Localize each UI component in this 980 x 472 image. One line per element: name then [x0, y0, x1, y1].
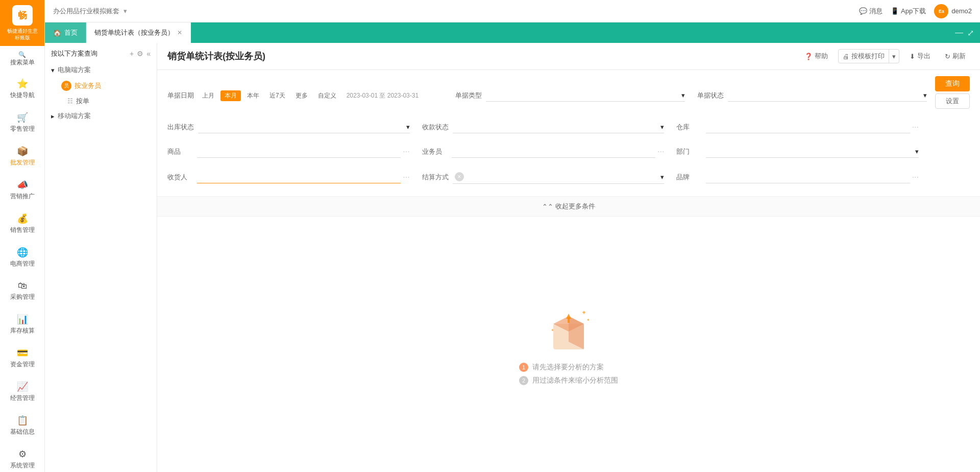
sidebar-nav: 🛒 零售管理 📦 批发管理 📣 营销推广 💰 销售管理 🌐 电商管理 🛍 采购管…	[0, 106, 44, 472]
sidebar-item-sales[interactable]: 💰 销售管理	[0, 207, 44, 241]
sidebar-item-marketing-label: 营销推广	[10, 192, 35, 201]
goods-dots[interactable]: ···	[403, 147, 409, 156]
export-icon: ⬇	[910, 53, 915, 60]
brand-input[interactable]	[706, 171, 910, 183]
salesperson-input[interactable]	[452, 146, 655, 158]
action-btns: 查询 设置	[935, 76, 970, 115]
page-title: 销货单统计表(按业务员)	[167, 50, 265, 62]
filter-section: 单据日期 上月 本月 本年 近7天 更多 自定义 2023-03-01 至 20…	[157, 70, 980, 217]
filter-row-2-wrapper: 出库状态 收款状态	[157, 121, 980, 139]
recv-name-input[interactable]	[197, 171, 401, 183]
add-scheme-btn[interactable]: +	[130, 50, 134, 58]
date-label: 单据日期	[167, 91, 194, 100]
warehouse-dots[interactable]: ···	[912, 123, 919, 132]
filter-row-4-wrapper: 收货人 ··· 结算方式 ×	[157, 170, 980, 190]
sidebar-item-marketing[interactable]: 📣 营销推广	[0, 173, 44, 207]
purchase-icon: 🛍	[18, 280, 27, 291]
message-btn[interactable]: 💬 消息	[859, 7, 883, 16]
doc-type-select[interactable]	[486, 89, 685, 102]
out-status-select[interactable]	[198, 121, 410, 133]
sidebar-item-ecommerce[interactable]: 🌐 电商管理	[0, 241, 44, 274]
tab-expand-icon[interactable]: ⤢	[967, 28, 974, 38]
settings-btn[interactable]: 设置	[935, 93, 970, 109]
doc-status-label: 单据状态	[697, 91, 724, 100]
date-tab-last-month[interactable]: 上月	[198, 90, 218, 101]
search-menu-label: 搜索菜单	[10, 58, 35, 67]
sidebar-item-system[interactable]: ⚙ 系统管理	[0, 442, 44, 472]
tab-minimize-icon[interactable]: —	[955, 28, 963, 37]
date-tab-7days[interactable]: 近7天	[265, 90, 289, 101]
payment-clear-btn[interactable]: ×	[455, 172, 464, 181]
date-tab-this-month[interactable]: 本月	[220, 90, 241, 101]
user-profile-btn[interactable]: Ea demo2	[934, 4, 972, 18]
search-icon: 🔍	[18, 51, 26, 58]
filter-out-status: 出库状态	[167, 121, 410, 133]
doc-status-select[interactable]	[728, 89, 927, 102]
tip-text-1: 请先选择要分析的方案	[532, 363, 604, 372]
tab-close-icon[interactable]: ✕	[177, 29, 182, 36]
filter-dept: 部门	[676, 146, 919, 158]
doc-type-label: 单据类型	[455, 91, 482, 100]
date-tab-more[interactable]: 更多	[291, 90, 312, 101]
sidebar-item-wholesale[interactable]: 📦 批发管理	[0, 139, 44, 173]
tab-home[interactable]: 🏠 首页	[45, 22, 86, 43]
scheme-sub-item-by-order[interactable]: ☷ 按单	[45, 94, 157, 108]
filter-row-3-wrapper: 商品 ··· 业务员 ··· 部门	[157, 146, 980, 164]
sidebar-item-quick-nav[interactable]: ⭐ 快捷导航	[0, 72, 44, 106]
payment-select[interactable]: ×	[453, 170, 665, 184]
print-main-btn[interactable]: 🖨 按模板打印	[839, 50, 889, 63]
recv-status-select[interactable]	[453, 121, 665, 133]
sidebar-item-system-label: 系统管理	[10, 461, 35, 470]
tab-sales-stat[interactable]: 销货单统计表（按业务员） ✕	[86, 22, 191, 43]
sidebar-item-finance[interactable]: 💳 资金管理	[0, 341, 44, 375]
collapse-btn[interactable]: ⌃⌃ 收起更多条件	[536, 200, 601, 213]
print-dropdown-btn[interactable]: ▾	[889, 51, 899, 62]
filter-recv-status: 收款状态	[422, 121, 665, 133]
sidebar-item-inventory[interactable]: 📊 库存核算	[0, 308, 44, 341]
print-btn-group[interactable]: 🖨 按模板打印 ▾	[838, 49, 899, 63]
brand-dots[interactable]: ···	[912, 173, 919, 182]
sidebar-item-retail[interactable]: 🛒 零售管理	[0, 106, 44, 139]
tab-home-label: 首页	[64, 28, 78, 37]
filter-payment: 结算方式 ×	[422, 170, 665, 184]
sidebar-item-basic[interactable]: 📋 基础信息	[0, 409, 44, 442]
empty-illustration: ✦ ✦ ✦	[538, 303, 599, 355]
recv-name-dots[interactable]: ···	[403, 173, 409, 182]
app-download-btn[interactable]: 📱 App下载	[891, 7, 926, 16]
dept-select[interactable]	[706, 146, 919, 158]
scheme-item-by-salesperson[interactable]: 员 按业务员	[45, 78, 157, 94]
tip-text-2: 用过滤条件来缩小分析范围	[532, 376, 618, 385]
date-range-display: 2023-03-01 至 2023-03-31	[347, 91, 419, 100]
settings-scheme-btn[interactable]: ⚙	[137, 50, 143, 58]
app-logo[interactable]: 畅 畅捷通好生意 标账版	[0, 0, 44, 46]
goods-input[interactable]	[197, 146, 401, 158]
recv-name-label: 收货人	[167, 173, 193, 182]
collapse-panel-btn[interactable]: «	[146, 50, 151, 58]
message-icon: 💬	[859, 7, 867, 15]
order-scheme-icon: ☷	[67, 98, 73, 105]
search-menu-btn[interactable]: 🔍 搜索菜单	[8, 46, 37, 72]
app-name-dropdown-icon[interactable]: ▾	[124, 7, 127, 15]
refresh-btn[interactable]: ↻ 刷新	[941, 50, 970, 63]
salesperson-dots[interactable]: ···	[657, 147, 664, 156]
filter-row-1: 单据日期 上月 本月 本年 近7天 更多 自定义 2023-03-01 至 20…	[167, 70, 970, 115]
salesperson-scheme-icon: 员	[61, 81, 71, 91]
tip-num-2: 2	[519, 376, 528, 385]
ecommerce-icon: 🌐	[17, 247, 28, 258]
sidebar-item-operation[interactable]: 📈 经营管理	[0, 375, 44, 409]
query-btn[interactable]: 查询	[935, 76, 970, 91]
tabbar: 🏠 首页 销货单统计表（按业务员） ✕ — ⤢	[45, 22, 980, 43]
date-tab-this-year[interactable]: 本年	[243, 90, 263, 101]
filter-brand: 品牌 ···	[676, 171, 919, 183]
scheme-group-pc-title[interactable]: ▾ 电脑端方案	[45, 62, 157, 78]
scheme-group-pc: ▾ 电脑端方案 员 按业务员 ☷ 按单	[45, 62, 157, 108]
sidebar-item-purchase[interactable]: 🛍 采购管理	[0, 274, 44, 308]
basic-icon: 📋	[17, 415, 28, 426]
help-btn[interactable]: ❓ 帮助	[800, 50, 832, 63]
export-btn[interactable]: ⬇ 导出	[905, 50, 935, 63]
collapse-label: 收起更多条件	[555, 202, 595, 211]
doc-type-chevron	[681, 91, 685, 99]
date-tab-custom[interactable]: 自定义	[314, 90, 340, 101]
scheme-group-mobile-title[interactable]: ▸ 移动端方案	[45, 108, 157, 124]
warehouse-input[interactable]	[706, 121, 910, 133]
